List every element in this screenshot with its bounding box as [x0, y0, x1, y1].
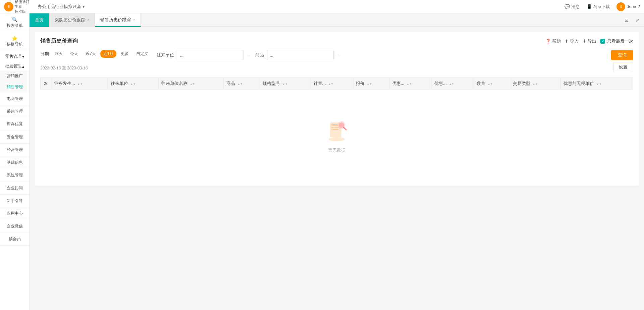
- logo-area: 6 畅捷通好生意 标准版: [4, 0, 31, 14]
- help-btn[interactable]: ❓ 帮助: [545, 38, 561, 44]
- table-col-trade-type[interactable]: 交易类型 ▲▼: [510, 78, 561, 90]
- date-btn-custom[interactable]: 自定义: [133, 50, 151, 58]
- table-col-biz-date[interactable]: 业务发生... ▲▼: [51, 78, 108, 90]
- avatar-icon: U: [616, 2, 625, 11]
- table-col-partner-code[interactable]: 往来单位 ▲▼: [108, 78, 159, 90]
- user-avatar[interactable]: U demo2: [616, 2, 640, 11]
- chevron-down-icon: ▾: [83, 4, 85, 9]
- page-card: 销售历史价查询 ❓ 帮助 ⬆ 导入 ⬇ 导出: [35, 32, 639, 186]
- sidebar-item-ecommerce-mgmt[interactable]: 电商管理: [0, 93, 29, 105]
- page-content: 销售历史价查询 ❓ 帮助 ⬆ 导入 ⬇ 导出: [30, 27, 644, 310]
- sidebar-item-finance-mgmt[interactable]: 资金管理: [0, 131, 29, 144]
- tabs-actions: ⊡ ⤢: [623, 16, 644, 24]
- goods-label: 商品: [255, 52, 264, 58]
- sort-icon-price: ▲▼: [367, 83, 372, 86]
- table-col-no-tax-price[interactable]: 优惠前无税单价 ▲▼: [561, 78, 633, 90]
- table-col-price[interactable]: 报价 ▲▼: [353, 78, 389, 90]
- settings-icon: ⚙: [43, 81, 47, 86]
- data-table: ⚙ 业务发生... ▲▼ 往来单位 ▲▼: [40, 78, 633, 90]
- help-icon: ❓: [545, 39, 551, 44]
- tab-purchase-history[interactable]: 采购历史价跟踪 ×: [49, 13, 95, 27]
- header-right: 💬 消息 📱 App下载 U demo2: [565, 2, 640, 11]
- sidebar: 🔍 搜索菜单 ⭐ 快捷导航 零售管理 ▾ 批发管理 ▴ 营销推广 销售管理 电商…: [0, 13, 30, 310]
- sidebar-item-basic-info[interactable]: 基础信息: [0, 156, 29, 169]
- table-col-spec[interactable]: 规格型号 ▲▼: [260, 78, 311, 90]
- date-filter-group: 日期 昨天 今天 近7天 近1月 更多 自定义: [40, 50, 151, 58]
- sidebar-item-inventory-check[interactable]: 库存核算: [0, 118, 29, 131]
- svg-rect-2: [331, 124, 338, 125]
- sidebar-item-sales-mgmt[interactable]: 销售管理: [0, 82, 29, 93]
- date-btn-last7days[interactable]: 近7天: [83, 50, 99, 58]
- sidebar-item-search-menu[interactable]: 🔍 搜索菜单: [0, 13, 29, 32]
- sidebar-item-purchase-mgmt[interactable]: 采购管理: [0, 105, 29, 118]
- sort-icon-biz-date: ▲▼: [77, 83, 83, 86]
- svg-rect-4: [331, 129, 339, 130]
- table-container: ⚙ 业务发生... ▲▼ 往来单位 ▲▼: [40, 78, 633, 180]
- sidebar-item-system-mgmt[interactable]: 系统管理: [0, 169, 29, 182]
- tabs-bar: 首页 采购历史价跟踪 × 销售历史价跟踪 × ⊡ ⤢: [30, 13, 644, 27]
- download-icon: 📱: [587, 4, 592, 9]
- empty-icon: [323, 116, 350, 143]
- tab-sales-history[interactable]: 销售历史价跟踪 ×: [95, 13, 141, 27]
- query-button[interactable]: 查询: [611, 50, 633, 60]
- sidebar-item-app-center[interactable]: 应用中心: [0, 207, 29, 220]
- message-icon: 💬: [565, 4, 570, 9]
- sidebar-item-member-club[interactable]: 畅会员: [0, 233, 29, 246]
- table-col-qty[interactable]: 数量 ▲▼: [474, 78, 510, 90]
- partner-dots: ...: [247, 53, 250, 57]
- table-col-discount1[interactable]: 优惠... ▲▼: [389, 78, 431, 90]
- sidebar-item-enterprise-wechat[interactable]: 企业微信: [0, 220, 29, 233]
- partner-input[interactable]: [177, 50, 244, 60]
- top-header: 6 畅捷通好生意 标准版 办公用品行业模拟账套 ▾ 💬 消息 📱 App下载 U…: [0, 0, 644, 13]
- sort-icon-partner-code: ▲▼: [130, 83, 136, 86]
- table-col-discount2[interactable]: 优惠... ▲▼: [431, 78, 474, 90]
- table-col-partner-name[interactable]: 往来单位名称 ▲▼: [159, 78, 224, 90]
- date-btn-today[interactable]: 今天: [67, 50, 81, 58]
- svg-line-7: [343, 127, 346, 130]
- sidebar-item-new-guide[interactable]: 新手引导: [0, 195, 29, 207]
- filter-main: 日期 昨天 今天 近7天 近1月 更多 自定义: [40, 50, 606, 71]
- import-btn[interactable]: ⬆ 导入: [565, 38, 579, 44]
- date-btn-last1month[interactable]: 近1月: [100, 50, 117, 58]
- goods-dots: ...: [336, 53, 340, 57]
- sidebar-item-marketing[interactable]: 营销推广: [0, 70, 29, 82]
- tab-close-sales-history[interactable]: ×: [133, 18, 135, 21]
- table-col-goods[interactable]: 商品 ▲▼: [224, 78, 260, 90]
- fullscreen-btn[interactable]: ⤢: [633, 16, 641, 24]
- main-layout: 🔍 搜索菜单 ⭐ 快捷导航 零售管理 ▾ 批发管理 ▴ 营销推广 销售管理 电商…: [0, 13, 644, 310]
- goods-input[interactable]: [267, 50, 334, 60]
- table-col-unit[interactable]: 计量... ▲▼: [311, 78, 353, 90]
- sort-icon-spec: ▲▼: [282, 83, 288, 86]
- sidebar-item-enterprise-collab[interactable]: 企业协同: [0, 182, 29, 195]
- sort-icon-no-tax-price: ▲▼: [596, 83, 602, 86]
- sort-icon-qty: ▲▼: [488, 83, 493, 86]
- sidebar-item-quick-nav[interactable]: ⭐ 快捷导航: [0, 32, 29, 51]
- svg-point-0: [329, 137, 345, 141]
- page-title: 销售历史价查询: [40, 38, 78, 45]
- message-btn[interactable]: 💬 消息: [565, 4, 580, 10]
- settings-button[interactable]: 设置: [613, 62, 633, 72]
- logo-text: 畅捷通好生意 标准版: [15, 0, 31, 14]
- only-last-checkbox[interactable]: ✓: [600, 39, 605, 44]
- table-col-settings[interactable]: ⚙: [41, 78, 51, 90]
- date-options: 昨天 今天 近7天 近1月 更多 自定义: [52, 50, 151, 58]
- date-btn-more[interactable]: 更多: [118, 50, 132, 58]
- page-actions: ❓ 帮助 ⬆ 导入 ⬇ 导出 ✓ 只看最后一次: [545, 38, 633, 44]
- sidebar-item-retail-mgmt[interactable]: 零售管理 ▾: [0, 51, 29, 61]
- app-selector-dropdown[interactable]: 办公用品行业模拟账套 ▾: [38, 4, 85, 10]
- sidebar-item-operations-mgmt[interactable]: 经营管理: [0, 144, 29, 156]
- import-icon: ⬆: [565, 39, 569, 44]
- empty-text: 暂无数据: [328, 147, 345, 153]
- sort-icon-unit: ▲▼: [328, 83, 333, 86]
- tab-close-purchase-history[interactable]: ×: [87, 18, 89, 22]
- date-btn-yesterday[interactable]: 昨天: [52, 50, 66, 58]
- restore-window-btn[interactable]: ⊡: [623, 16, 631, 24]
- query-btn-group: 查询 设置: [611, 50, 633, 72]
- only-last-checkbox-row: ✓ 只看最后一次: [600, 38, 633, 44]
- content-area: 首页 采购历史价跟踪 × 销售历史价跟踪 × ⊡ ⤢ 销售历史价查询: [30, 13, 644, 310]
- sidebar-item-wholesale-mgmt[interactable]: 批发管理 ▴: [0, 61, 29, 70]
- export-btn[interactable]: ⬇ 导出: [583, 38, 596, 44]
- sort-icon-discount1: ▲▼: [407, 83, 412, 86]
- tab-home[interactable]: 首页: [30, 13, 49, 27]
- app-download-btn[interactable]: 📱 App下载: [587, 4, 610, 10]
